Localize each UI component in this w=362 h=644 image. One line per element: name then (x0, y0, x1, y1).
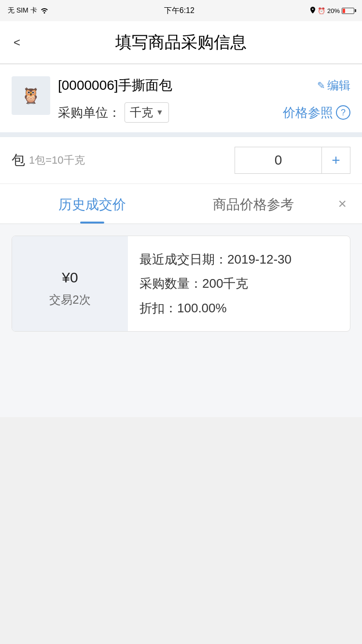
transaction-count: 交易2次 (49, 292, 90, 308)
price-value: 0 (70, 269, 78, 285)
alarm-icon: ⏰ (318, 7, 325, 14)
edit-button[interactable]: ✎ 编辑 (317, 78, 350, 93)
product-card: 🦉 [0000006]手撕面包 ✎ 编辑 采购单位： 千克 ▼ (0, 65, 362, 132)
recent-date: 最近成交日期：2019-12-30 (139, 251, 338, 268)
page-title: 填写商品采购信息 (115, 31, 247, 54)
tab-history-label: 历史成交价 (58, 197, 126, 212)
location-icon (310, 7, 316, 15)
back-button[interactable]: < (10, 32, 24, 53)
status-bar-right: ⏰ 20% (310, 7, 354, 15)
transaction-details: 最近成交日期：2019-12-30 采购数量：200千克 折扣：100.00% (128, 236, 350, 331)
product-thumbnail: 🦉 (12, 76, 50, 115)
tabs-container: 历史成交价 商品价格参考 × (0, 184, 362, 224)
quantity-input[interactable] (235, 147, 321, 174)
section-divider (0, 132, 362, 137)
purchase-unit-label: 采购单位： (58, 104, 121, 121)
close-tab-button[interactable]: × (334, 192, 350, 216)
wifi-icon (40, 7, 49, 15)
dropdown-arrow-icon: ▼ (156, 108, 164, 117)
content-area: ¥0 交易2次 最近成交日期：2019-12-30 采购数量：200千克 折扣：… (0, 224, 362, 417)
currency-symbol: ¥ (62, 269, 70, 285)
help-circle-icon: ? (336, 105, 350, 120)
purchase-unit-row: 采购单位： 千克 ▼ 价格参照 ? (58, 102, 350, 123)
edit-label: 编辑 (327, 78, 350, 93)
battery-icon (342, 8, 354, 14)
purchase-qty: 采购数量：200千克 (139, 275, 338, 292)
tab-underline (80, 222, 104, 224)
battery-percentage: 20% (327, 7, 340, 14)
plus-button[interactable]: + (321, 147, 350, 174)
transaction-card: ¥0 交易2次 最近成交日期：2019-12-30 采购数量：200千克 折扣：… (12, 236, 350, 332)
quantity-input-area: + (235, 147, 350, 174)
quantity-row: 包 1包=10千克 + (0, 137, 362, 184)
unit-value: 千克 (130, 105, 153, 120)
status-bar-left: 无 SIM 卡 (8, 6, 49, 15)
price-reference-label: 价格参照 (283, 104, 333, 121)
carrier-label: 无 SIM 卡 (8, 6, 37, 15)
edit-icon: ✎ (317, 80, 325, 91)
unit-select-dropdown[interactable]: 千克 ▼ (125, 102, 169, 123)
tab-history-price[interactable]: 历史成交价 (12, 184, 173, 224)
tab-price-reference[interactable]: 商品价格参考 (173, 184, 334, 224)
tab-price-ref-label: 商品价格参考 (213, 197, 294, 212)
status-bar-time: 下午6:12 (164, 6, 195, 16)
status-bar: 无 SIM 卡 下午6:12 ⏰ 20% (0, 0, 362, 21)
transaction-summary: ¥0 交易2次 (12, 236, 128, 331)
price-reference-button[interactable]: 价格参照 ? (283, 104, 350, 121)
discount: 折扣：100.00% (139, 299, 338, 317)
transaction-price: ¥0 (62, 260, 78, 288)
nav-bar: < 填写商品采购信息 (0, 21, 362, 64)
product-logo-icon: 🦉 (21, 86, 41, 105)
product-name: [0000006]手撕面包 (58, 76, 172, 95)
product-name-row: [0000006]手撕面包 ✎ 编辑 (58, 76, 350, 95)
product-details: [0000006]手撕面包 ✎ 编辑 采购单位： 千克 ▼ 价格参照 ? (58, 76, 350, 123)
package-unit-label: 包 (12, 151, 25, 169)
package-unit-sub: 1包=10千克 (29, 153, 85, 168)
product-header: 🦉 [0000006]手撕面包 ✎ 编辑 采购单位： 千克 ▼ (12, 76, 350, 123)
